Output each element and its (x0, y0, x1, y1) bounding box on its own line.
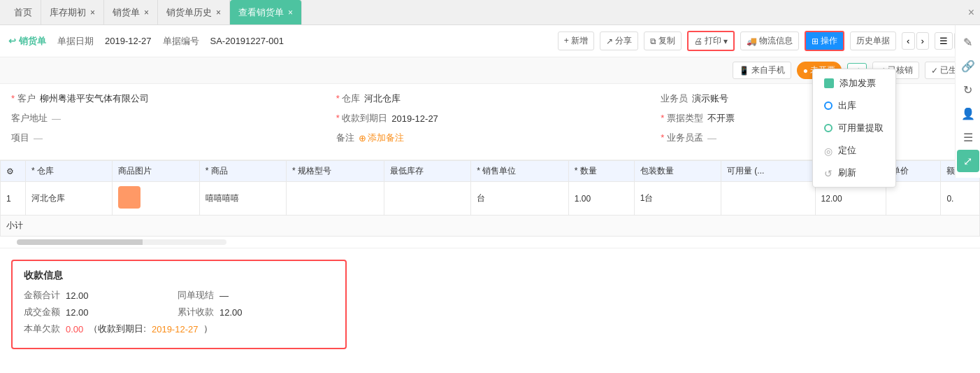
tab-sales-history-close[interactable]: × (216, 8, 221, 17)
doc-actions: + 新增 ↗ 分享 ⧉ 复制 🖨 打印 ▾ 🚚 物流信息 ⊞ 操作 (558, 31, 972, 51)
plus-icon: ⊕ (359, 133, 366, 143)
th-available: 可用量 (... (721, 161, 815, 182)
same-order-value: — (219, 290, 229, 301)
add-note-button[interactable]: ⊕ 添加备注 (359, 132, 404, 144)
date-value: 2019-12-27 (105, 36, 152, 46)
operation-button[interactable]: ⊞ 操作 (805, 31, 844, 51)
staff-label: 业务员 (661, 92, 688, 105)
th-image: 商品图片 (113, 161, 199, 182)
same-order-label: 同单现结 (178, 289, 214, 302)
row-available (721, 182, 815, 216)
tab-view-sales-close[interactable]: × (288, 8, 293, 17)
tab-sales-history[interactable]: 销货单历史 × (158, 0, 230, 24)
operation-dropdown: 添加发票 出库 可用量提取 ◎ 定位 ↺ 刷新 (812, 69, 896, 188)
th-warehouse: * 仓库 (26, 161, 113, 182)
warehouse-value: 河北仓库 (364, 92, 401, 105)
op-locate[interactable]: ◎ 定位 (813, 139, 895, 162)
right-sidebar: ✎ 🔗 ↻ 👤 ☰ ⤢ (955, 25, 980, 178)
logistics-button[interactable]: 🚚 物流信息 (740, 31, 799, 50)
sidebar-refresh-icon[interactable]: ↻ (957, 78, 979, 101)
new-button[interactable]: + 新增 (558, 31, 594, 50)
th-pkg-qty: 包装数量 (634, 161, 721, 182)
customer-field: 客户 柳州粤港平安气体有限公司 (11, 92, 319, 105)
tab-bar: 首页 库存期初 × 销货单 × 销货单历史 × 查看销货单 × × (0, 0, 980, 25)
print-dropdown-icon: ▾ (723, 36, 728, 46)
payment-date-value: 2019-12-27 (391, 113, 438, 124)
checked-green-icon: ✓ (931, 66, 938, 76)
sidebar-edit-icon[interactable]: ✎ (957, 31, 979, 53)
payment-row-2: 成交金额 12.00 累计收款 12.00 (24, 306, 334, 318)
refresh-icon: ↺ (824, 168, 833, 178)
owed-date: 2019-12-27 (152, 324, 199, 335)
tab-sales-close[interactable]: × (144, 8, 149, 17)
ticket-type-value: 不开票 (707, 112, 735, 125)
tab-view-sales[interactable]: 查看销货单 × (230, 0, 302, 24)
tab-inventory[interactable]: 库存期初 × (41, 0, 104, 24)
doc-type-badge: ↩ 销货单 (8, 35, 46, 48)
tab-home-label: 首页 (14, 6, 32, 19)
owed-label: 本单欠款 (24, 323, 60, 335)
row-amount: 0. (941, 182, 980, 216)
op-available-qty[interactable]: 可用量提取 (813, 117, 895, 139)
transaction-value: 12.00 (66, 307, 89, 318)
op-outbound-label: 出库 (838, 99, 856, 112)
op-refresh-label: 刷新 (838, 167, 856, 179)
operation-icon: ⊞ (812, 36, 819, 46)
sidebar-user-icon[interactable]: 👤 (957, 102, 979, 125)
owed-item: 本单欠款 0.00 （收款到期日: 2019-12-27 ） (24, 323, 334, 335)
copy-button[interactable]: ⧉ 复制 (644, 31, 682, 50)
print-button[interactable]: 🖨 打印 ▾ (687, 31, 735, 51)
row-unit: 台 (471, 182, 569, 216)
payment-title: 收款信息 (24, 269, 334, 282)
sidebar-link-icon[interactable]: 🔗 (957, 55, 979, 77)
share-icon: ↗ (606, 36, 613, 46)
history-button[interactable]: 历史单据 (850, 31, 896, 50)
th-product: * 商品 (199, 161, 286, 182)
row-min-stock (384, 182, 470, 216)
row-num: 1 (1, 182, 26, 216)
staff-value: 演示账号 (692, 92, 728, 105)
locate-icon: ◎ (824, 146, 833, 155)
op-locate-label: 定位 (838, 144, 856, 157)
payment-area: 收款信息 金额合计 12.00 同单现结 — 成交金额 12.00 累计收款 (0, 248, 980, 360)
sidebar-expand-icon[interactable]: ⤢ (957, 150, 979, 172)
doc-info: 单据日期 2019-12-27 单据编号 SA-20191227-001 (57, 35, 558, 48)
horizontal-scrollbar[interactable] (17, 239, 226, 245)
row-spec (287, 182, 384, 216)
print-icon: 🖨 (694, 36, 702, 46)
next-arrow[interactable]: › (916, 32, 929, 50)
op-add-invoice[interactable]: 添加发票 (813, 72, 895, 94)
cumulative-value: 12.00 (219, 307, 243, 318)
customer-value: 柳州粤港平安气体有限公司 (40, 92, 149, 105)
date-label: 单据日期 (57, 35, 94, 48)
window-close-button[interactable]: × (968, 6, 974, 19)
warehouse-field: 仓库 河北仓库 (336, 92, 644, 105)
owed-value: 0.00 (66, 324, 83, 335)
tab-sales[interactable]: 销货单 × (104, 0, 158, 24)
total-amount-label: 金额合计 (24, 289, 60, 302)
tab-inventory-label: 库存期初 (50, 6, 86, 19)
subtotal-row: 小计 (1, 216, 980, 237)
th-gear[interactable]: ⚙ (1, 161, 26, 182)
payment-row-1: 金额合计 12.00 同单现结 — (24, 289, 334, 302)
row-warehouse: 河北仓库 (26, 182, 113, 216)
op-refresh[interactable]: ↺ 刷新 (813, 162, 895, 184)
ticket-type-label: 票据类型 (661, 112, 703, 125)
view-list-btn[interactable]: ☰ (935, 32, 953, 50)
add-invoice-icon (824, 78, 834, 88)
tab-sales-history-label: 销货单历史 (166, 6, 212, 19)
tab-inventory-close[interactable]: × (90, 8, 95, 17)
notes-label: 备注 (336, 132, 354, 144)
row-pkg-qty: 1台 (634, 182, 721, 216)
total-amount-item: 金额合计 12.00 (24, 289, 150, 302)
prev-arrow[interactable]: ‹ (902, 32, 914, 50)
warehouse-label: 仓库 (336, 92, 361, 105)
row-qty: 1.00 (568, 182, 634, 216)
same-order-item: 同单现结 — (178, 289, 303, 302)
share-button[interactable]: ↗ 分享 (600, 31, 638, 50)
tab-home[interactable]: 首页 (6, 0, 41, 24)
from-mobile-button[interactable]: 📱 来自手机 (733, 62, 791, 79)
op-outbound[interactable]: 出库 (813, 94, 895, 117)
sidebar-list-icon[interactable]: ☰ (957, 126, 979, 148)
project-field: 项目 — (11, 132, 319, 144)
